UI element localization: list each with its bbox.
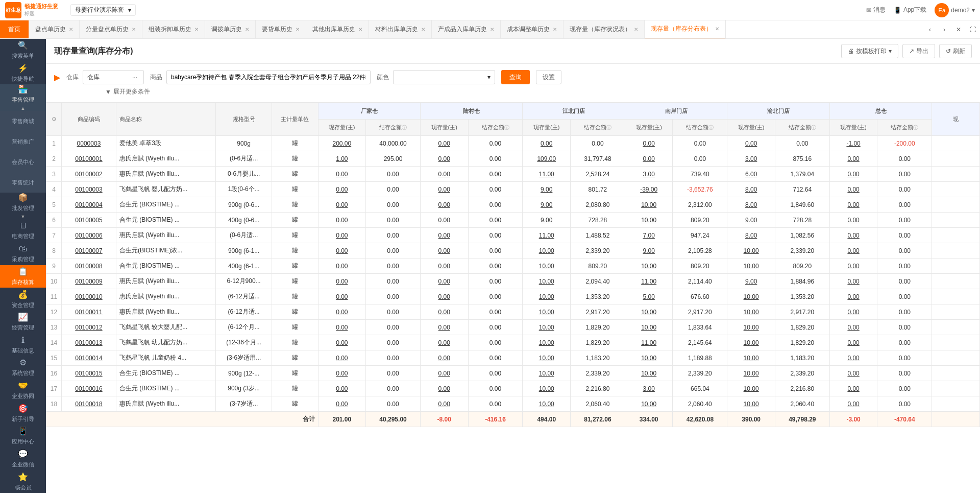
tab-分量盘点单历史[interactable]: 分量盘点单历史 ✕ bbox=[80, 20, 142, 39]
qty-link[interactable]: 0.00 bbox=[336, 309, 348, 316]
qty-link[interactable]: 10.00 bbox=[641, 201, 656, 208]
info-icon[interactable]: ⓘ bbox=[913, 125, 918, 130]
tab-组装拆卸单历史[interactable]: 组装拆卸单历史 ✕ bbox=[142, 20, 205, 39]
sidebar-item-finance[interactable]: 💰 资金管理 bbox=[0, 288, 46, 311]
qty-link[interactable]: 0.00 bbox=[438, 309, 450, 316]
qty-link[interactable]: 0.00 bbox=[438, 293, 450, 300]
qty-link[interactable]: 0.00 bbox=[438, 155, 450, 162]
qty-link[interactable]: 0.00 bbox=[336, 401, 348, 408]
info-icon[interactable]: ⓘ bbox=[402, 125, 407, 130]
code-link[interactable]: 00100018 bbox=[75, 401, 102, 408]
settings-btn[interactable]: 设置 bbox=[536, 70, 561, 84]
sidebar-item-basics[interactable]: ℹ 基础信息 bbox=[0, 333, 46, 356]
tab-其他出库单历史[interactable]: 其他出库单历史 ✕ bbox=[306, 20, 369, 39]
toggle-search-icon[interactable]: ▶ bbox=[54, 73, 60, 82]
code-link[interactable]: 00100008 bbox=[75, 263, 102, 270]
qty-link[interactable]: -39.00 bbox=[640, 186, 657, 193]
sidebar-item-purchase[interactable]: 🛍 采购管理 bbox=[0, 242, 46, 265]
info-icon[interactable]: ⓘ bbox=[504, 125, 509, 130]
qty-link[interactable]: 0.00 bbox=[336, 263, 348, 270]
qty-link[interactable]: 0.00 bbox=[438, 217, 450, 224]
unit-selector[interactable]: 母婴行业演示陈套 ▾ bbox=[70, 4, 136, 16]
sidebar-item-marketing[interactable]: 营销推广 bbox=[0, 131, 46, 152]
qty-link[interactable]: 10.00 bbox=[539, 247, 554, 254]
tab-要货单历史[interactable]: 要货单历史 ✕ bbox=[256, 20, 306, 39]
qty-link[interactable]: 0.00 bbox=[336, 201, 348, 208]
sidebar-item-app-center[interactable]: 📱 应用中心 bbox=[0, 425, 46, 448]
qty-link[interactable]: 10.00 bbox=[539, 293, 554, 300]
code-link[interactable]: 00100016 bbox=[75, 385, 102, 392]
tab-close-icon[interactable]: ✕ bbox=[715, 26, 719, 32]
qty-link[interactable]: 0.00 bbox=[438, 201, 450, 208]
qty-link[interactable]: 10.00 bbox=[539, 401, 554, 408]
qty-link[interactable]: 0.00 bbox=[847, 201, 859, 208]
info-icon[interactable]: ⓘ bbox=[606, 125, 611, 130]
qty-link[interactable]: 109.00 bbox=[537, 155, 556, 162]
sidebar-item-wechat[interactable]: 💬 企业微信 bbox=[0, 448, 46, 471]
tab-材料出库单历史[interactable]: 材料出库单历史 ✕ bbox=[369, 20, 432, 39]
app-download-btn[interactable]: 📱 App下载 bbox=[894, 6, 926, 14]
qty-link[interactable]: 0.00 bbox=[438, 263, 450, 270]
qty-link[interactable]: 0.00 bbox=[438, 355, 450, 362]
warehouse-dots[interactable]: ··· bbox=[130, 74, 139, 81]
code-link[interactable]: 00100002 bbox=[75, 171, 102, 178]
qty-link[interactable]: 0.00 bbox=[847, 355, 859, 362]
tab-close-icon[interactable]: ✕ bbox=[553, 27, 557, 32]
expand-btn[interactable]: ▼ 展开更多条件 bbox=[105, 87, 972, 96]
qty-link[interactable]: 0.00 bbox=[336, 278, 348, 285]
tab-maximize-btn[interactable]: ⛶ bbox=[966, 22, 980, 37]
qty-link[interactable]: 8.00 bbox=[745, 186, 757, 193]
qty-link[interactable]: 9.00 bbox=[541, 186, 552, 193]
tab-成本调整单历史[interactable]: 成本调整单历史 ✕ bbox=[501, 20, 564, 39]
qty-link[interactable]: 0.00 bbox=[847, 339, 859, 346]
qty-link[interactable]: 0.00 bbox=[745, 140, 757, 147]
qty-link[interactable]: 0.00 bbox=[847, 385, 859, 392]
qty-link[interactable]: 0.00 bbox=[336, 370, 348, 377]
code-link[interactable]: 00100007 bbox=[75, 247, 102, 254]
qty-link[interactable]: 7.00 bbox=[643, 232, 655, 239]
msg-btn[interactable]: ✉ 消息 bbox=[866, 6, 886, 14]
goods-input[interactable] bbox=[166, 70, 371, 84]
code-link[interactable]: 00100015 bbox=[75, 370, 102, 377]
code-link[interactable]: 00100004 bbox=[75, 201, 102, 208]
qty-link[interactable]: 0.00 bbox=[847, 247, 859, 254]
qty-link[interactable]: 0.00 bbox=[847, 309, 859, 316]
tab-close-icon[interactable]: ✕ bbox=[69, 27, 73, 32]
warehouse-input[interactable]: 仓库 ··· bbox=[83, 70, 144, 84]
qty-link[interactable]: 0.00 bbox=[643, 140, 655, 147]
qty-link[interactable]: 11.00 bbox=[641, 339, 656, 346]
tab-close-icon[interactable]: ✕ bbox=[194, 27, 199, 32]
qty-link[interactable]: 10.00 bbox=[641, 324, 656, 331]
qty-link[interactable]: 200.00 bbox=[332, 140, 351, 147]
qty-link[interactable]: 8.00 bbox=[745, 201, 757, 208]
sidebar-item-retail-mall[interactable]: 零售商城 bbox=[0, 111, 46, 131]
refresh-btn[interactable]: ↺ 刷新 bbox=[939, 44, 972, 58]
qty-link[interactable]: 11.00 bbox=[539, 232, 554, 239]
qty-link[interactable]: 10.00 bbox=[539, 278, 554, 285]
qty-link[interactable]: 0.00 bbox=[336, 247, 348, 254]
tab-close-icon[interactable]: ✕ bbox=[634, 27, 638, 32]
settings-gear-icon[interactable]: ⚙ bbox=[52, 116, 57, 122]
qty-link[interactable]: 10.00 bbox=[539, 370, 554, 377]
qty-link[interactable]: 0.00 bbox=[847, 293, 859, 300]
sidebar-item-wholesale[interactable]: 📦 批发管理 ▼ bbox=[0, 193, 46, 219]
qty-link[interactable]: 8.00 bbox=[745, 232, 757, 239]
info-icon[interactable]: ⓘ bbox=[811, 125, 816, 130]
qty-link[interactable]: 0.00 bbox=[847, 232, 859, 239]
tab-next-btn[interactable]: › bbox=[937, 22, 951, 37]
tab-现存量库存状况表[interactable]: 现存量（库存状况表） ✕ bbox=[564, 20, 645, 39]
sidebar-item-operations[interactable]: 📈 经营管理 bbox=[0, 311, 46, 334]
code-link[interactable]: 00100013 bbox=[75, 339, 102, 346]
qty-link[interactable]: 3.00 bbox=[643, 385, 655, 392]
qty-link[interactable]: 0.00 bbox=[847, 401, 859, 408]
qty-link[interactable]: 1.00 bbox=[336, 155, 348, 162]
user-area[interactable]: Ea demo2 ▾ bbox=[935, 3, 975, 17]
tab-close-icon[interactable]: ✕ bbox=[245, 27, 249, 32]
qty-link[interactable]: 0.00 bbox=[438, 186, 450, 193]
qty-link[interactable]: 0.00 bbox=[847, 186, 859, 193]
qty-link[interactable]: 9.00 bbox=[541, 217, 552, 224]
tab-close-icon[interactable]: ✕ bbox=[490, 27, 494, 32]
tab-prev-btn[interactable]: ‹ bbox=[923, 22, 937, 37]
qty-link[interactable]: 0.00 bbox=[643, 155, 655, 162]
qty-link[interactable]: 3.00 bbox=[745, 155, 757, 162]
